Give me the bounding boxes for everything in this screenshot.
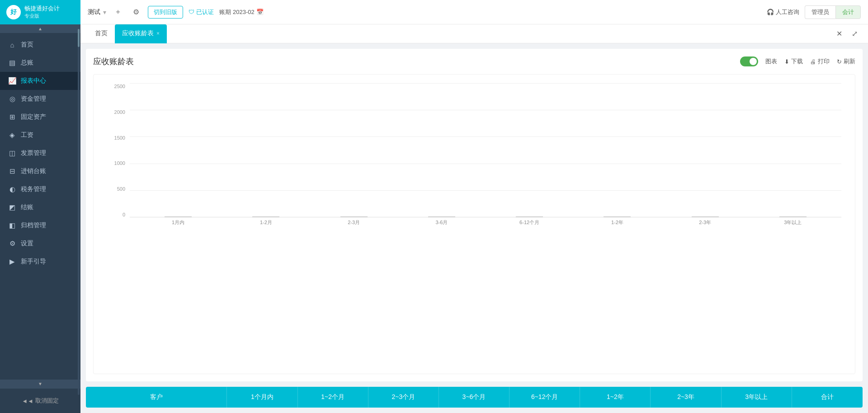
shield-icon: 🛡 [189, 9, 194, 15]
payroll-icon: ◈ [8, 131, 16, 139]
th-2-3month: 2~3个月 [368, 387, 439, 408]
cancel-fixed-label: 取消固定 [35, 397, 59, 405]
workspace-name: 测试 [88, 8, 100, 16]
sidebar-scroll-down[interactable]: ▼ [0, 380, 80, 388]
bar-group-1 [222, 216, 310, 217]
refresh-button[interactable]: ↻ 刷新 [837, 57, 855, 66]
y-axis: 0 500 1000 1500 2000 2500 [107, 84, 125, 217]
bar-group-5 [573, 216, 661, 217]
x-axis-labels: 1月内 1-2月 2-3月 3-6月 6-12个月 1-2年 2-3年 3年以上 [130, 217, 841, 228]
table-header: 客户 1个月内 1~2个月 2~3个月 3~6个月 6~12个月 1~2年 2~… [86, 387, 863, 408]
settings-topbar-button[interactable]: ⚙ [130, 6, 142, 19]
certified-text: 已认证 [196, 8, 214, 16]
consult-button[interactable]: 🎧 人工咨询 [767, 8, 799, 16]
content-header: 应收账龄表 图表 ⬇ 下载 🖨 打印 ↻ 刷新 [93, 56, 855, 67]
sidebar-scrollbar[interactable] [78, 24, 80, 395]
sidebar-item-label: 结账 [21, 203, 33, 211]
download-label: 下载 [791, 57, 803, 66]
th-1-2month: 1~2个月 [298, 387, 368, 408]
y-label-2000: 2000 [107, 109, 125, 115]
sidebar-item-settings[interactable]: ⚙ 设置 [0, 235, 80, 253]
ledger-icon: ▤ [8, 59, 16, 67]
sidebar-item-reports[interactable]: 📈 报表中心 [0, 72, 80, 90]
bar-2-3month [340, 216, 368, 217]
sidebar-item-fund[interactable]: ◎ 资金管理 [0, 90, 80, 108]
download-button[interactable]: ⬇ 下载 [784, 57, 803, 66]
home-icon: ⌂ [8, 41, 16, 49]
switch-version-button[interactable]: 切到旧版 [148, 6, 183, 19]
y-label-500: 500 [107, 186, 125, 192]
x-label-6: 2-3年 [661, 219, 749, 228]
settings-icon: ⚙ [8, 239, 16, 248]
topbar-right: 🎧 人工咨询 管理员 会计 [767, 5, 861, 19]
sidebar-item-home[interactable]: ⌂ 首页 [0, 36, 80, 54]
tab-aging-label: 应收账龄表 [122, 29, 154, 38]
inventory-icon: ⊟ [8, 167, 16, 175]
expand-tab-button[interactable]: ⤢ [848, 28, 861, 40]
invoice-icon: ◫ [8, 149, 16, 157]
refresh-icon: ↻ [837, 58, 842, 65]
sidebar-item-label: 新手引导 [21, 258, 46, 266]
certified-badge: 🛡 已认证 [189, 8, 214, 16]
calendar-icon[interactable]: 📅 [256, 9, 264, 15]
tabs-bar: 首页 应收账龄表 × ✕ ⤢ [80, 24, 868, 43]
close-tab-button[interactable]: ✕ [833, 28, 845, 40]
sidebar-item-payroll[interactable]: ◈ 工资 [0, 126, 80, 144]
sidebar-item-label: 税务管理 [21, 185, 46, 193]
sidebar-item-label: 资金管理 [21, 95, 46, 103]
sidebar-item-inventory[interactable]: ⊟ 进销台账 [0, 162, 80, 180]
x-label-4: 6-12个月 [486, 219, 573, 228]
bar-2-3year [692, 216, 719, 217]
sidebar-item-label: 归档管理 [21, 221, 46, 230]
sidebar-item-assets[interactable]: ⊞ 固定资产 [0, 108, 80, 126]
bar-1month [165, 216, 192, 217]
th-3year-plus: 3年以上 [722, 387, 792, 408]
sidebar-item-ledger[interactable]: ▤ 总账 [0, 54, 80, 72]
sidebar-item-label: 工资 [21, 131, 33, 139]
tax-icon: ◐ [8, 185, 16, 193]
bars-wrapper [130, 84, 841, 217]
x-label-0: 1月内 [134, 219, 222, 228]
cancel-fixed-button[interactable]: ◄◄ 取消固定 [0, 393, 80, 408]
chart-toggle[interactable] [740, 56, 758, 66]
tab-aging[interactable]: 应收账龄表 × [115, 24, 167, 43]
chart-area: 0 500 1000 1500 2000 2500 [93, 74, 855, 374]
tab-close-icon[interactable]: × [156, 30, 160, 37]
sidebar-item-label: 首页 [21, 41, 33, 49]
x-label-5: 1-2年 [573, 219, 661, 228]
x-label-2: 2-3月 [310, 219, 398, 228]
th-6-12month: 6~12个月 [509, 387, 580, 408]
sidebar-item-invoice[interactable]: ◫ 发票管理 [0, 144, 80, 162]
header-actions: 图表 ⬇ 下载 🖨 打印 ↻ 刷新 [740, 56, 855, 66]
chart-toggle-label: 图表 [765, 57, 777, 66]
sidebar-item-label: 发票管理 [21, 149, 46, 157]
sidebar-item-label: 报表中心 [21, 77, 46, 85]
accountant-button[interactable]: 会计 [835, 5, 861, 19]
print-icon: 🖨 [810, 58, 816, 65]
sidebar-scroll-up[interactable]: ▲ [0, 24, 80, 33]
chevron-down-icon: ▾ [103, 9, 106, 16]
unpin-icon: ◄◄ [22, 398, 33, 404]
sidebar-item-guide[interactable]: ▶ 新手引导 [0, 253, 80, 271]
sidebar-item-archive[interactable]: ◧ 归档管理 [0, 216, 80, 235]
tab-home[interactable]: 首页 [88, 24, 115, 43]
sidebar-bottom: ◄◄ 取消固定 [0, 388, 80, 413]
manager-button[interactable]: 管理员 [805, 5, 835, 19]
bar-group-0 [134, 216, 222, 217]
sidebar-item-tax[interactable]: ◐ 税务管理 [0, 180, 80, 198]
user-buttons: 管理员 会计 [805, 5, 861, 19]
sidebar-item-close[interactable]: ◩ 结账 [0, 198, 80, 216]
logo-text: 畅捷通好会计 专业版 [24, 5, 60, 19]
consult-label: 人工咨询 [776, 8, 799, 16]
y-label-1500: 1500 [107, 135, 125, 141]
print-button[interactable]: 🖨 打印 [810, 57, 830, 66]
add-workspace-button[interactable]: ＋ [112, 6, 124, 19]
sidebar-item-label: 固定资产 [21, 113, 46, 121]
assets-icon: ⊞ [8, 113, 16, 121]
workspace-selector[interactable]: 测试 ▾ [88, 8, 106, 16]
bar-group-4 [486, 216, 573, 217]
th-customer: 客户 [86, 387, 227, 408]
bar-3year-plus [779, 216, 807, 217]
period-info: 账期 2023-02 📅 [219, 8, 264, 16]
sidebar-nav: ⌂ 首页 ▤ 总账 📈 报表中心 ◎ 资金管理 ⊞ 固定资产 ◈ 工资 ◫ 发票… [0, 33, 80, 380]
